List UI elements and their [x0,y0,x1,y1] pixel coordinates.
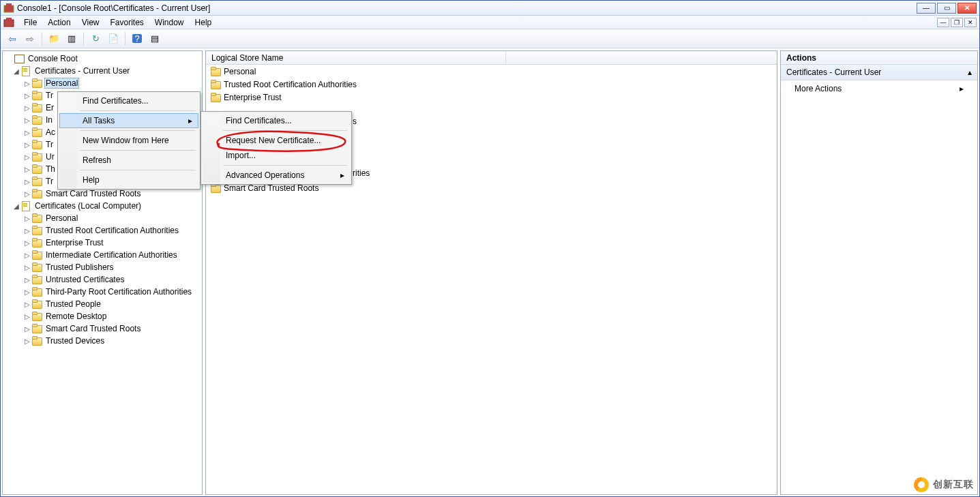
column-header-logical-store[interactable]: Logical Store Name [206,51,506,65]
tree-comp-node[interactable]: ▷Trusted Devices [3,335,202,347]
submenu-arrow-icon: ▸ [188,116,192,125]
ctx-all-tasks[interactable]: All Tasks ▸ [59,113,198,128]
folder-icon [210,79,221,90]
help-button[interactable]: ? [130,31,145,46]
tree-cert-current-user[interactable]: ◢ Certificates - Current User [3,65,202,77]
collapse-icon[interactable]: ◢ [12,202,20,210]
submenu-arrow-icon: ▸ [960,84,964,93]
menu-action[interactable]: Action [42,16,76,29]
tree-label: Trusted Devices [44,336,106,346]
tree-label: Certificates - Current User [33,66,131,76]
mmc-app-icon [3,3,14,14]
arrow-right-icon [26,34,34,44]
mmc-window: Console1 - [Console Root\Certificates - … [0,0,980,497]
menu-favorites[interactable]: Favorites [105,16,149,29]
toolbar: 📁 ▥ ↻ 📄 ? ▤ [1,29,979,48]
watermark: 创新互联 [914,477,974,492]
ctx-refresh[interactable]: Refresh [59,153,198,168]
collapse-icon[interactable]: ▴ [968,67,972,77]
menu-help[interactable]: Help [190,16,218,29]
tree-comp-node[interactable]: ▷Trusted Publishers [3,261,202,273]
refresh-button[interactable]: ↻ [88,31,103,46]
tree-label: Tr [44,177,55,186]
actions-more[interactable]: More Actions ▸ [781,80,977,97]
tree-label: Certificates (Local Computer) [33,201,143,211]
export-icon: 📄 [108,34,119,43]
tree-label: Intermediate Certification Authorities [44,250,179,260]
tree-label: Remote Desktop [44,312,108,321]
window-controls: — ▭ ✕ [917,3,977,14]
titlebar: Console1 - [Console Root\Certificates - … [1,1,979,16]
context-menu-primary: Find Certificates... All Tasks ▸ New Win… [57,91,201,190]
show-hide-tree-button[interactable]: ▥ [64,31,79,46]
nav-forward-button[interactable] [23,31,38,46]
properties-button[interactable]: ▤ [147,31,162,46]
folder-up-icon: 📁 [48,34,59,43]
folder-icon [31,335,42,346]
folder-icon [31,299,42,310]
folder-icon [210,66,221,77]
mdi-close-button[interactable]: ✕ [964,18,977,27]
tree-comp-node[interactable]: ▷Enterprise Trust [3,237,202,249]
ctx-sub-advanced-operations[interactable]: Advanced Operations ▸ [203,168,350,183]
nav-back-button[interactable] [5,31,20,46]
folder-icon [31,102,42,113]
tree-label: Er [44,103,55,112]
console-root-icon [14,53,25,64]
context-menu-all-tasks: Find Certificates... Request New Certifi… [201,111,352,185]
tree-comp-node[interactable]: ▷Trusted People [3,298,202,310]
minimize-button[interactable]: — [917,3,936,14]
export-list-button[interactable]: 📄 [106,31,121,46]
tree-label: Third-Party Root Certification Authoriti… [44,287,193,297]
ctx-sub-find-certificates[interactable]: Find Certificates... [203,113,350,128]
up-button[interactable]: 📁 [46,31,61,46]
tree-comp-node[interactable]: ▷Trusted Root Certification Authorities [3,224,202,237]
tree-comp-node[interactable]: ▷Remote Desktop [3,310,202,322]
folder-icon [31,188,42,199]
folder-icon [31,115,42,125]
ctx-sub-import[interactable]: Import... [203,148,350,163]
tree-comp-node[interactable]: ▷Intermediate Certification Authorities [3,249,202,261]
list-item[interactable]: Personal [206,65,777,78]
ctx-item-label: All Tasks [83,116,115,125]
tree-comp-node[interactable]: ▷Smart Card Trusted Roots [3,322,202,335]
maximize-button[interactable]: ▭ [937,3,956,14]
list-item[interactable]: Trusted Root Certification Authorities [206,78,777,91]
tree-label: Tr [44,91,55,100]
mdi-minimize-button[interactable]: — [937,18,949,27]
list-item[interactable]: Enterprise Trust [206,91,777,104]
menu-view[interactable]: View [76,16,105,29]
ctx-new-window[interactable]: New Window from Here [59,133,198,148]
list-item-label: Enterprise Trust [224,93,282,102]
mdi-restore-button[interactable]: ❐ [951,18,963,27]
certificates-snapin-icon [20,65,31,76]
expand-icon[interactable]: ▷ [23,80,31,87]
actions-section-title[interactable]: Certificates - Current User ▴ [781,65,977,80]
tree-label: Personal [44,213,79,223]
ctx-find-certificates[interactable]: Find Certificates... [59,93,198,108]
tree-label: Untrusted Certificates [44,275,125,284]
folder-icon [31,323,42,334]
ctx-sub-request-new-certificate[interactable]: Request New Certificate... [203,133,350,148]
folder-icon [31,213,42,224]
folder-icon [31,225,42,236]
tree-cert-local-computer[interactable]: ◢ Certificates (Local Computer) [3,200,202,212]
ctx-item-label: Advanced Operations [226,170,304,180]
ctx-help[interactable]: Help [59,172,198,187]
collapse-icon[interactable]: ◢ [12,67,20,75]
tree-user-personal[interactable]: ▷ Personal [3,77,202,89]
close-button[interactable]: ✕ [957,3,977,14]
tree-label: Trusted Publishers [44,262,115,272]
tree-comp-node[interactable]: ▷Untrusted Certificates [3,273,202,286]
tree-comp-node[interactable]: ▷Third-Party Root Certification Authorit… [3,286,202,298]
arrow-left-icon [8,34,16,44]
menu-file[interactable]: File [18,16,42,29]
tree-label: Console Root [27,54,79,63]
folder-icon [210,92,221,103]
folder-icon [31,286,42,297]
tree-console-root[interactable]: Console Root [3,52,202,65]
tree-comp-node[interactable]: ▷Personal [3,212,202,224]
svg-rect-3 [6,18,12,20]
menu-window[interactable]: Window [149,16,190,29]
tree-label: Smart Card Trusted Roots [44,324,142,333]
